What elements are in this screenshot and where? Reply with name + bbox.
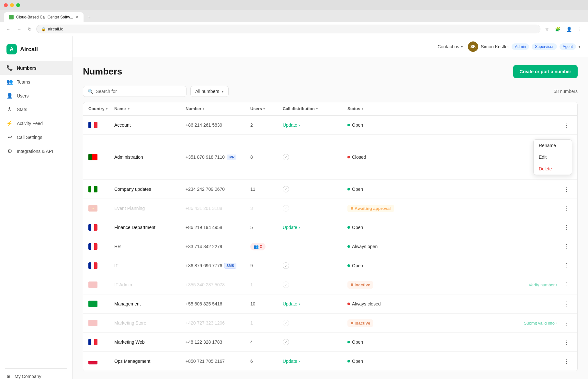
status-dot-red bbox=[347, 303, 350, 305]
sidebar-item-activity-feed[interactable]: ⚡ Activity Feed bbox=[0, 116, 72, 130]
url-text: aircall.io bbox=[48, 27, 63, 31]
sort-icon-users[interactable]: ▾ bbox=[263, 107, 265, 110]
row-number: +234 242 709 0670 bbox=[186, 187, 250, 192]
active-tab[interactable]: Cloud-Based Call Center Softw... ✕ bbox=[4, 12, 84, 22]
row-status: Always open bbox=[347, 244, 399, 249]
flag-al bbox=[88, 320, 97, 326]
flag-pt bbox=[88, 154, 97, 160]
row-status: Open bbox=[347, 225, 399, 230]
stats-icon: ⏱ bbox=[6, 107, 13, 112]
status-dot-green bbox=[347, 124, 350, 126]
menu-btn[interactable]: ⋮ bbox=[576, 25, 584, 33]
sidebar-item-my-company[interactable]: ⚙ My Company bbox=[0, 369, 72, 379]
context-rename[interactable]: Rename bbox=[534, 140, 572, 151]
sidebar-item-users[interactable]: 👤 Users bbox=[0, 89, 72, 103]
context-delete[interactable]: Delete bbox=[534, 163, 572, 175]
more-options-btn[interactable]: ⋮ bbox=[561, 337, 572, 347]
extensions-btn[interactable]: 🧩 bbox=[553, 25, 562, 33]
flag-fr bbox=[88, 122, 97, 128]
integrations-icon: ⚙ bbox=[6, 148, 13, 154]
update-link[interactable]: Update › bbox=[283, 122, 347, 128]
context-edit[interactable]: Edit bbox=[534, 151, 572, 163]
more-options-btn[interactable]: ⋮ bbox=[561, 223, 572, 232]
sidebar-item-call-settings[interactable]: ↩ Call Settings bbox=[0, 130, 72, 144]
reload-btn[interactable]: ↻ bbox=[26, 25, 34, 33]
create-number-btn[interactable]: Create or port a number bbox=[513, 65, 578, 78]
row-actions: Verify number › ⋮ bbox=[399, 280, 572, 290]
table-header: Country ▾ Name ▼ Number ▾ Users ▾ bbox=[83, 102, 577, 116]
more-options-btn[interactable]: ⋮ bbox=[561, 318, 572, 328]
tab-close-btn[interactable]: ✕ bbox=[75, 15, 78, 19]
search-input[interactable] bbox=[96, 89, 182, 94]
numbers-filter-dropdown[interactable]: All numbers ▾ bbox=[190, 86, 229, 97]
maximize-window-btn[interactable] bbox=[16, 3, 20, 7]
star-btn[interactable]: ☆ bbox=[543, 25, 551, 33]
user-chevron[interactable]: ▾ bbox=[579, 45, 580, 49]
context-menu: Rename Edit Delete bbox=[533, 139, 572, 175]
row-distribution: ✓ bbox=[283, 281, 347, 288]
user-info: SK Simon Kestler Admin Supervisor Agent … bbox=[468, 41, 580, 52]
sidebar-item-numbers[interactable]: 📞 Numbers bbox=[0, 61, 72, 75]
contact-us-btn[interactable]: Contact us ▾ bbox=[437, 44, 463, 49]
forward-btn[interactable]: → bbox=[15, 25, 23, 33]
table-row: Marketing Store +420 727 323 1206 1 ✓ In… bbox=[83, 314, 577, 333]
more-options-btn[interactable]: ⋮ bbox=[561, 261, 572, 270]
submit-valid-info-link[interactable]: Submit valid info › bbox=[524, 321, 557, 326]
more-options-btn[interactable]: ⋮ bbox=[561, 184, 572, 194]
table-row: ★ Event Planning +86 431 201 3188 3 ✓ Aw… bbox=[83, 199, 577, 218]
update-link[interactable]: Update › bbox=[283, 359, 347, 364]
row-name: Account bbox=[114, 122, 186, 128]
status-dot-green bbox=[347, 341, 350, 343]
sort-icon-name[interactable]: ▼ bbox=[127, 107, 130, 110]
more-options-btn[interactable]: ⋮ bbox=[561, 299, 572, 309]
verify-number-link[interactable]: Verify number › bbox=[529, 282, 557, 287]
address-bar[interactable]: 🔒 aircall.io bbox=[36, 25, 540, 33]
more-options-btn[interactable]: ⋮ bbox=[561, 280, 572, 290]
profile-btn[interactable]: 👤 bbox=[564, 25, 574, 33]
table-row: IT +86 879 696 7776 SMS 9 ✓ Open ⋮ bbox=[83, 256, 577, 275]
row-status: Closed bbox=[347, 155, 399, 160]
close-window-btn[interactable] bbox=[4, 3, 8, 7]
sort-icon-status[interactable]: ▾ bbox=[362, 107, 363, 110]
update-link[interactable]: Update › bbox=[283, 301, 347, 306]
sort-icon-country[interactable]: ▾ bbox=[106, 107, 107, 110]
awaiting-badge: Awaiting approval bbox=[347, 205, 394, 212]
flag-cell: ★ bbox=[88, 205, 114, 212]
more-options-btn[interactable]: ⋮ bbox=[561, 203, 572, 213]
row-users: 1 bbox=[250, 320, 283, 326]
row-name: Marketing Store bbox=[114, 320, 186, 326]
sort-icon-distribution[interactable]: ▾ bbox=[316, 107, 318, 110]
contact-us-label: Contact us bbox=[437, 44, 459, 49]
agent-badge: Agent bbox=[560, 43, 576, 50]
status-dot-green bbox=[347, 226, 350, 229]
row-actions: ⋮ bbox=[399, 356, 572, 366]
sidebar-item-stats[interactable]: ⏱ Stats bbox=[0, 103, 72, 116]
minimize-window-btn[interactable] bbox=[10, 3, 14, 7]
main-content: Contact us ▾ SK Simon Kestler Admin Supe… bbox=[73, 36, 588, 379]
sidebar-nav: 📞 Numbers 👥 Teams 👤 Users ⏱ Stats ⚡ Acti… bbox=[0, 61, 72, 368]
back-btn[interactable]: ← bbox=[4, 25, 12, 33]
row-status: Always closed bbox=[347, 301, 399, 306]
row-number: +33 714 842 2279 bbox=[186, 244, 250, 249]
sort-icon-number[interactable]: ▾ bbox=[203, 107, 204, 110]
filter-label: All numbers bbox=[195, 89, 219, 94]
flag-cell bbox=[88, 122, 114, 128]
row-users: 9 bbox=[250, 263, 283, 268]
flag-cell bbox=[88, 358, 114, 364]
table-row: Finance Department +86 219 194 4958 5 Up… bbox=[83, 218, 577, 237]
more-options-btn[interactable]: ⋮ bbox=[561, 242, 572, 251]
row-number: +351 870 918 7110 IVR bbox=[186, 155, 250, 160]
row-status: Awaiting approval bbox=[347, 205, 399, 212]
new-tab-btn[interactable]: + bbox=[85, 13, 93, 21]
sidebar-item-integrations[interactable]: ⚙ Integrations & API bbox=[0, 144, 72, 158]
row-actions: ⋮ bbox=[399, 184, 572, 194]
update-link[interactable]: Update › bbox=[283, 225, 347, 230]
more-options-btn[interactable]: ⋮ bbox=[561, 356, 572, 366]
row-name: Management bbox=[114, 301, 186, 306]
row-users: 👥 0 bbox=[250, 243, 283, 250]
sidebar-item-teams[interactable]: 👥 Teams bbox=[0, 75, 72, 89]
more-options-btn[interactable]: ⋮ bbox=[561, 120, 572, 130]
check-icon: ✓ bbox=[283, 205, 289, 212]
lock-icon: 🔒 bbox=[41, 27, 46, 31]
flag-cell bbox=[88, 339, 114, 345]
